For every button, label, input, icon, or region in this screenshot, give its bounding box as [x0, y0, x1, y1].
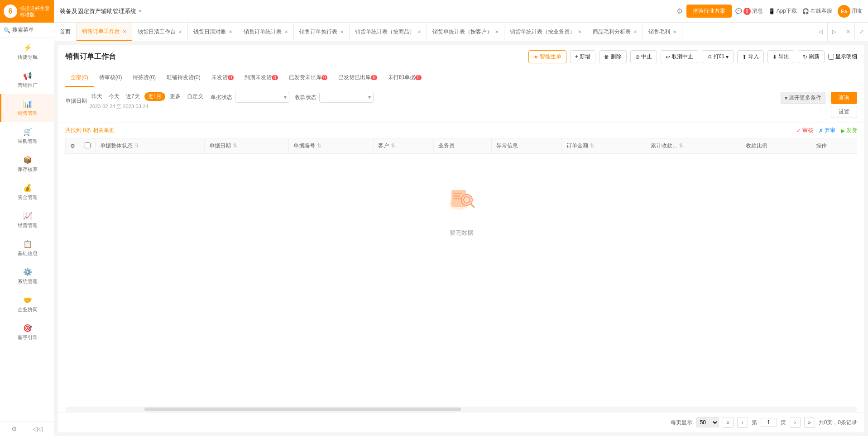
- tab-margin-analysis[interactable]: 商品毛利分析表 ✕: [587, 23, 643, 41]
- sidebar-item-sales[interactable]: 📊 销售管理: [0, 94, 54, 122]
- sidebar-item-inventory[interactable]: 📦 库存核算: [0, 150, 54, 178]
- delete-btn[interactable]: 🗑 删除: [599, 50, 627, 63]
- tab-cash-reconcile[interactable]: 钱货日清对账 ✕: [188, 23, 238, 41]
- import-btn[interactable]: ⬆ 导入: [737, 50, 764, 63]
- message-btn[interactable]: 💬 6 消息: [735, 7, 763, 15]
- status-select[interactable]: [235, 92, 289, 103]
- export-btn[interactable]: ⬇ 导出: [767, 50, 794, 63]
- tab-summary-staff[interactable]: 销货单统计表（按业务员） ✕: [504, 23, 587, 41]
- suspend-btn[interactable]: ⊘ 中止: [630, 50, 657, 63]
- app-download-btn[interactable]: 📱 App下载: [768, 7, 797, 15]
- sidebar-item-search[interactable]: 🔍 搜索菜单: [0, 23, 54, 38]
- experience-btn[interactable]: 体验行业方案: [686, 5, 732, 18]
- tab-home[interactable]: 首页: [54, 23, 77, 41]
- sort-status-icon[interactable]: ⇅: [134, 142, 139, 149]
- sort-amount-icon[interactable]: ⇅: [590, 142, 595, 149]
- print-btn[interactable]: 🖨 打印 ▾: [702, 50, 734, 63]
- unsuspend-icon: ↩: [666, 54, 670, 60]
- date-opt-7days[interactable]: 近7天: [124, 92, 142, 101]
- expand-filters-btn[interactable]: ▾ 展开更多条件: [781, 92, 825, 104]
- tab-scroll-left[interactable]: ◁: [814, 23, 827, 41]
- show-detail-checkbox-label[interactable]: 显示明细: [828, 53, 857, 61]
- tab-close-margin[interactable]: ✕: [633, 29, 637, 34]
- show-detail-checkbox[interactable]: [828, 54, 834, 60]
- tab-close-sales-exec[interactable]: ✕: [340, 29, 344, 34]
- tab-close-sales-stats[interactable]: ✕: [284, 29, 288, 34]
- date-opt-yesterday[interactable]: 昨天: [90, 92, 104, 101]
- tab-close-summary-staff[interactable]: ✕: [578, 29, 581, 34]
- refresh-btn[interactable]: ↻ 刷新: [798, 50, 825, 63]
- subtab-pending-review[interactable]: 待审核(0): [94, 69, 128, 87]
- tab-sales-order[interactable]: 销售订单工作台 ✕: [77, 23, 132, 41]
- sidebar-item-newbie[interactable]: 🎯 新手引导: [0, 318, 54, 346]
- sidebar-item-enterprise[interactable]: 🤝 企业协同: [0, 290, 54, 318]
- query-btn[interactable]: 查询: [831, 92, 857, 104]
- page-number-input[interactable]: [761, 418, 777, 427]
- tab-maximize[interactable]: ⤢: [854, 23, 868, 41]
- subtab-unshipped[interactable]: 未发货0: [206, 69, 240, 87]
- subtab-unprinted[interactable]: 未打印单据0: [383, 69, 427, 87]
- date-opt-1month[interactable]: 近1月: [144, 92, 166, 101]
- date-opt-custom[interactable]: 自定义: [185, 92, 205, 101]
- sort-date-icon[interactable]: ⇅: [233, 142, 237, 149]
- tab-sales-profit[interactable]: 销售毛利 ✕: [643, 23, 682, 41]
- date-opt-today[interactable]: 今天: [107, 92, 121, 101]
- subtab-pending-inspect[interactable]: 待拣货(0): [127, 69, 161, 87]
- sidebar-item-finance[interactable]: 💰 资金管理: [0, 178, 54, 206]
- page-first-btn[interactable]: «: [723, 417, 734, 428]
- col-abnormal: 异常信息: [491, 138, 561, 154]
- date-filter: 单据日期 昨天 今天 近7天 近1月 更多 自定义 2023-02-24 至 2…: [65, 92, 205, 110]
- sidebar-item-operations[interactable]: 📈 经营管理: [0, 206, 54, 234]
- topbar-settings-icon[interactable]: ⚙: [676, 7, 683, 15]
- tab-sales-exec[interactable]: 销售订单执行表 ✕: [294, 23, 350, 41]
- ship-btn[interactable]: ▶ 发货: [841, 127, 857, 134]
- page-last-btn[interactable]: »: [804, 417, 815, 428]
- subtab-overdue[interactable]: 到期未发货0: [239, 69, 283, 87]
- sidebar-item-quick-nav[interactable]: ⚡ 快捷导航: [0, 38, 54, 66]
- page-size-select[interactable]: 10 20 50 100: [696, 417, 719, 427]
- unreview-btn[interactable]: ✗ 弃审: [819, 127, 835, 134]
- tab-scroll-right[interactable]: ▷: [827, 23, 841, 41]
- tab-close-profit[interactable]: ✕: [673, 29, 676, 34]
- tab-close-all[interactable]: ✕: [841, 23, 854, 41]
- sidebar-item-marketing[interactable]: 📢 营销推广: [0, 66, 54, 94]
- unsuspend-btn[interactable]: ↩ 取消中止: [661, 50, 698, 63]
- payment-select[interactable]: [319, 92, 374, 103]
- col-settings[interactable]: ⚙: [66, 138, 80, 154]
- page-prev-btn[interactable]: ‹: [737, 417, 748, 428]
- sidebar-item-system[interactable]: ⚙️ 系统管理: [0, 262, 54, 290]
- sort-collected-icon[interactable]: ⇅: [679, 142, 683, 149]
- tab-close-summary-customer[interactable]: ✕: [495, 29, 499, 34]
- date-opt-more[interactable]: 更多: [168, 92, 182, 101]
- smart-generate-btn[interactable]: ★ 智能生单: [528, 50, 566, 63]
- tab-summary-customer[interactable]: 销货单统计表（按客户） ✕: [427, 23, 504, 41]
- sidebar-item-purchase[interactable]: 🛒 采购管理: [0, 122, 54, 150]
- subtab-wangpu[interactable]: 旺铺待发货(0): [161, 69, 206, 87]
- tab-close-sales-order[interactable]: ✕: [123, 29, 126, 34]
- tab-summary-product[interactable]: 销货单统计表（按商品） ✕: [350, 23, 427, 41]
- review-btn[interactable]: ✓ 审核: [796, 127, 813, 134]
- tab-sales-stats[interactable]: 销售订单统计表 ✕: [238, 23, 294, 41]
- online-service-btn[interactable]: 🎧 在线客服: [802, 7, 832, 15]
- sort-customer-icon[interactable]: ⇅: [391, 142, 395, 149]
- subtab-all[interactable]: 全部(0): [65, 69, 94, 87]
- tab-cash-daily[interactable]: 钱货日清工作台 ✕: [132, 23, 188, 41]
- tab-close-summary-product[interactable]: ✕: [417, 29, 421, 34]
- sort-number-icon[interactable]: ⇅: [317, 142, 321, 149]
- scrollbar-thumb[interactable]: [144, 408, 461, 411]
- select-all-checkbox[interactable]: [85, 142, 91, 148]
- page-next-btn[interactable]: ›: [790, 417, 801, 428]
- page-size-label: 每页显示: [671, 419, 692, 427]
- tab-close-cash-daily[interactable]: ✕: [178, 29, 182, 34]
- user-area[interactable]: Ea 用友: [838, 5, 863, 18]
- sales-icon: 📊: [23, 100, 32, 108]
- subtab-shipped-out[interactable]: 已发货已出库0: [333, 69, 383, 87]
- horizontal-scrollbar[interactable]: [65, 407, 857, 412]
- tab-close-cash-reconcile[interactable]: ✕: [229, 29, 232, 34]
- sidebar-collapse-btn[interactable]: ◁◁: [33, 425, 43, 432]
- filter-settings-btn[interactable]: 设置: [831, 106, 857, 118]
- new-btn[interactable]: + 新增: [570, 50, 595, 63]
- sidebar-item-basic-info[interactable]: 📋 基础信息: [0, 234, 54, 262]
- sidebar-settings-btn[interactable]: ⚙: [11, 425, 17, 432]
- subtab-shipped-not-out[interactable]: 已发货未出库0: [283, 69, 333, 87]
